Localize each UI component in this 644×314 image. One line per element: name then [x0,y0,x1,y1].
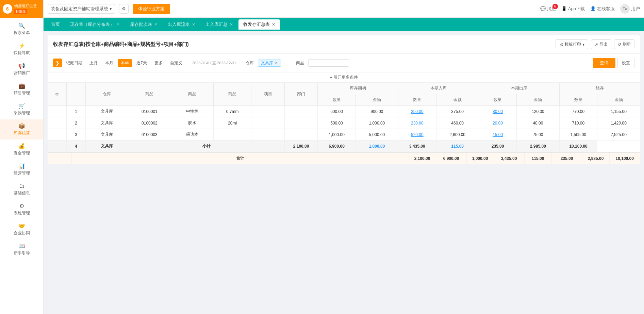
row-out-qty[interactable]: 15.00 [479,129,516,141]
row-no: 2 [67,117,86,129]
row-project [251,106,284,117]
sidebar-item-quick[interactable]: ⚡快捷导航 [0,39,43,59]
filter-collapse-btn[interactable]: ❯ [53,59,62,67]
sub-in-qty[interactable]: 1,000.00 [356,141,398,152]
tab-close-1[interactable]: ✕ [116,22,120,27]
row-no: 3 [67,129,86,141]
print-button[interactable]: 🖨 模板打印 ▾ [556,39,588,49]
row-in-qty[interactable]: 250.00 [398,106,436,117]
row-dept [284,106,317,117]
row-spec [213,129,251,141]
online-service-label: 在线客服 [597,6,615,12]
sidebar-item-operation[interactable]: 📊经营管理 [0,160,43,180]
date-shortcut-本年[interactable]: 本年 [118,59,132,67]
tab-1[interactable]: 现存量（库存分布表）✕ [65,19,125,30]
th-out: 本期出库 [479,83,559,94]
tab-close-3[interactable]: ✕ [192,22,195,27]
date-shortcut-更多[interactable]: 更多 [151,59,166,67]
footer-bal-amt: 10,100.00 [609,153,640,164]
footer-bal-qty: 2,985.00 [582,153,609,164]
date-shortcut-本月[interactable]: 本月 [102,59,116,67]
sidebar-item-finance[interactable]: 💰资金管理 [0,139,43,160]
th-no [67,83,86,106]
th-out-amt: 金额 [517,94,559,106]
date-shortcuts: 上月本月本年近7天更多自定义 [86,59,185,67]
tab-5[interactable]: 收发存汇总表✕ [238,19,280,30]
online-service-button[interactable]: 👤 在线客服 [590,6,615,12]
row-out-qty[interactable]: 80.00 [479,106,516,117]
warehouse-more-btn[interactable]: ... [283,61,286,65]
refresh-button[interactable]: ↺ 刷新 [614,39,634,49]
expand-conditions-button[interactable]: ▾ 展开更多条件 [330,75,358,80]
nav-icon-basic: 🗂 [19,183,24,189]
nav-icon-finance: 💰 [18,143,25,149]
messages-button[interactable]: 💬 消息 6 [540,6,556,12]
setting-button[interactable]: 设置 [617,58,634,68]
sidebar-item-inventory[interactable]: 📦库存核算 [0,119,43,139]
sub-out-amt: 235.00 [479,141,516,152]
th-spec: 商品 [213,83,251,106]
footer-empty2 [58,153,71,164]
sidebar-item-purchase[interactable]: 🛒采购管理 [0,99,43,119]
nav-icon-guide: 📖 [18,243,25,249]
warehouse-tag-close[interactable]: ✕ [275,61,278,65]
row-in-qty[interactable]: 520.00 [398,129,436,141]
tab-close-4[interactable]: ✕ [230,22,233,27]
phone-icon: 📱 [561,6,567,11]
user-button[interactable]: Ea 用户 [620,4,640,14]
date-shortcut-自定义[interactable]: 自定义 [167,59,185,67]
tab-0[interactable]: 首页 [46,19,65,30]
footer-empty1 [48,153,58,164]
sidebar-item-search[interactable]: 🔍搜索菜单 [0,19,43,39]
row-code: 0100003 [128,129,171,141]
goods-input[interactable] [308,59,349,67]
sidebar-item-sales[interactable]: 💼销售管理 [0,79,43,99]
user-label: 用户 [631,6,640,12]
tab-close-2[interactable]: ✕ [154,22,158,27]
main-area: 装备及固定资产辅助管理系统 ▾ ⚙ 体验行业方案 💬 消息 6 📱 App下载 … [44,0,644,314]
logo-icon: 6 [3,4,12,14]
goods-more-btn[interactable]: ... [351,61,354,65]
warehouse-tag[interactable]: 文具库 ✕ [258,60,281,67]
sidebar-item-collab[interactable]: 🤝企业协同 [0,219,43,239]
filter-bar: ❯ 记账日期 上月本月本年近7天更多自定义 2023-01-01 至 2023-… [48,54,640,72]
trial-button[interactable]: 体验行业方案 [133,4,170,14]
system-selector[interactable]: 装备及固定资产辅助管理系统 ▾ [48,4,115,14]
nav-label-search: 搜索菜单 [14,30,30,36]
row-out-qty[interactable]: 20.00 [479,117,516,129]
tab-4[interactable]: 出入库汇总✕ [201,19,238,30]
row-name: 中性笔 [171,106,213,117]
tab-3[interactable]: 出入库流水✕ [163,19,200,30]
sidebar-item-marketing[interactable]: 📢营销推广 [0,59,43,79]
query-button[interactable]: 查询 [593,58,615,68]
row-warehouse: 文具库 [85,129,128,141]
table-wrapper: ⚙ 仓库 商品 商品 商品 项目 部门 库存期初 本期入库 本期出库 [48,83,640,152]
tab-2[interactable]: 库存批次账✕ [125,19,162,30]
sub-out-qty[interactable]: 115.00 [436,141,479,152]
tab-bar: 首页现存量（库存分布表）✕库存批次账✕出入库流水✕出入库汇总✕收发存汇总表✕ [44,18,644,31]
subtotal-row: 4 文具库 小计 2,100.00 6,900.00 1,000.00 3,43… [48,141,640,152]
nav-label-purchase: 采购管理 [14,110,30,116]
date-shortcut-上月[interactable]: 上月 [86,59,101,67]
sidebar-item-basic[interactable]: 🗂基础信息 [0,180,43,199]
table-footer: 合计 2,100.00 6,900.00 1,000.00 3,435.00 1… [48,152,640,164]
th-project: 项目 [251,83,284,106]
app-download-button[interactable]: 📱 App下载 [561,6,585,12]
date-shortcut-近7天[interactable]: 近7天 [133,59,150,67]
sidebar-item-guide[interactable]: 📖新手引导 [0,239,43,260]
message-icon: 💬 [540,6,546,11]
nav-label-system: 系统管理 [14,210,30,216]
tab-label-1: 现存量（库存分布表） [70,21,114,28]
row-out-amt: 40.00 [517,117,559,129]
tab-close-5[interactable]: ✕ [272,22,275,27]
gear-button[interactable]: ⚙ [119,4,129,14]
sidebar-nav: 🔍搜索菜单⚡快捷导航📢营销推广💼销售管理🛒采购管理📦库存核算💰资金管理📊经营管理… [0,18,43,314]
row-bal-qty: 710.00 [559,117,597,129]
content-area: 收发存汇总表(按仓库+商品编码+商品+规格型号+项目+部门) 🖨 模板打印 ▾ … [44,31,644,314]
export-button[interactable]: ↗ 导出 [591,39,611,49]
sub-label: 小计 [128,141,285,152]
sidebar-item-system[interactable]: ⚙系统管理 [0,199,43,219]
nav-label-finance: 资金管理 [14,150,30,156]
table-settings-icon[interactable]: ⚙ [55,92,59,97]
row-in-qty[interactable]: 230.00 [398,117,436,129]
